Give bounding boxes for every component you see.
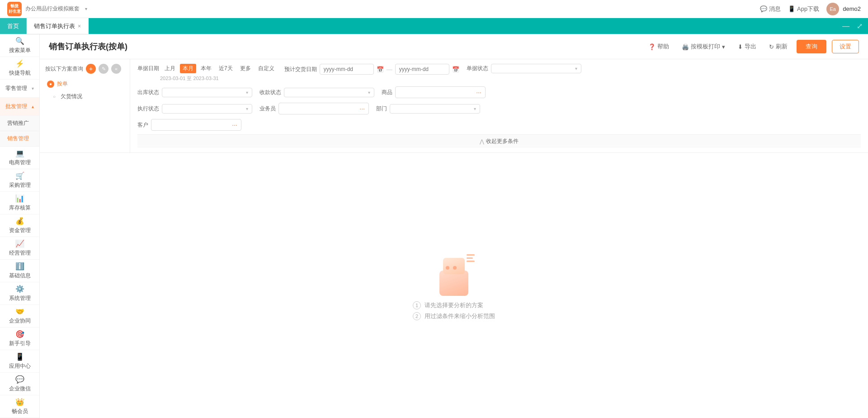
purchase-icon: 🛒	[15, 171, 24, 180]
dept-select[interactable]: ▾	[390, 104, 480, 114]
member-label: 畅会员	[12, 408, 28, 415]
date-tab-more[interactable]: 更多	[237, 64, 254, 73]
sidebar-item-basic-info[interactable]: ℹ️ 基础信息	[0, 260, 39, 282]
basic-info-label: 基础信息	[9, 272, 31, 280]
print-btn[interactable]: 🖨️ 按模板打印 ▾	[678, 41, 729, 52]
status-dropdown-icon: ▾	[575, 66, 577, 71]
empty-line-2	[467, 257, 473, 259]
query-btn[interactable]: 查询	[797, 40, 826, 53]
help-icon: ❓	[648, 43, 656, 50]
content-area: 销售订单执行表(按单) ❓ 帮助 🖨️ 按模板打印 ▾ ⬇ 导出 ↻ 刷新	[40, 34, 868, 418]
expected-date-group: 预计交货日期 📅 — 📅	[284, 64, 459, 75]
content-body: 1 请先选择要分析的方案 2 用过滤条件来缩小分析范围	[40, 153, 868, 418]
sidebar-item-quick-nav[interactable]: ⚡ 快捷导航	[0, 57, 39, 80]
purchase-label: 采购管理	[9, 181, 31, 189]
sidebar-item-ecommerce[interactable]: 💻 电商管理	[0, 147, 39, 169]
tab-home-label: 首页	[7, 22, 19, 30]
date-tab-this-month[interactable]: 本月	[180, 64, 196, 73]
retail-arrow-icon: ▾	[32, 86, 34, 91]
sidebar-item-finance[interactable]: 💰 资金管理	[0, 214, 39, 237]
sidebar-item-member[interactable]: 👑 畅会员	[0, 395, 39, 418]
tab-bar: 首页 销售订单执行表 × — ⤢	[0, 18, 868, 34]
date-tab-this-year[interactable]: 本年	[198, 64, 214, 73]
new-guide-icon: 🎯	[15, 330, 24, 338]
exec-status-select[interactable]: ▾	[162, 104, 252, 114]
scheme-edit-btn[interactable]: ✎	[99, 64, 108, 74]
scheme-panel-label: 按以下方案查询	[45, 65, 83, 73]
status-select[interactable]: ▾	[491, 64, 581, 73]
maximize-btn[interactable]: ⤢	[855, 20, 864, 32]
sidebar-item-retail[interactable]: 零售管理 ▾	[0, 80, 39, 98]
salesman-group: 业务员 ···	[259, 103, 369, 114]
sidebar-item-app-center[interactable]: 📱 应用中心	[0, 350, 39, 373]
refresh-btn[interactable]: ↻ 刷新	[765, 41, 791, 52]
user-name[interactable]: demo2	[843, 5, 861, 12]
status-group: 单据状态 ▾	[467, 64, 581, 73]
sidebar-item-sales[interactable]: 销售管理	[0, 131, 39, 147]
tab-close-icon[interactable]: ×	[78, 23, 81, 29]
dept-label: 部门	[376, 105, 387, 113]
sidebar-item-operations[interactable]: 📈 经营管理	[0, 237, 39, 260]
export-btn[interactable]: ⬇ 导出	[734, 41, 760, 52]
export-label: 导出	[745, 43, 756, 51]
finance-label: 资金管理	[9, 227, 31, 234]
out-status-select[interactable]: ▾	[162, 88, 252, 97]
sidebar-item-search[interactable]: 🔍 搜索菜单	[0, 34, 39, 57]
date-tab-last-month[interactable]: 上月	[162, 64, 178, 73]
goods-select[interactable]: ···	[395, 86, 486, 98]
sidebar-item-enterprise[interactable]: 🤝 企业协同	[0, 305, 39, 328]
page-actions: ❓ 帮助 🖨️ 按模板打印 ▾ ⬇ 导出 ↻ 刷新 查询 设置	[645, 40, 859, 53]
sidebar-item-system[interactable]: ⚙️ 系统管理	[0, 282, 39, 305]
receipt-status-select[interactable]: ▾	[284, 88, 374, 97]
exec-status-arrow-icon: ▾	[246, 106, 248, 111]
expected-date-start[interactable]	[320, 64, 374, 75]
minimize-btn[interactable]: —	[840, 20, 851, 32]
enterprise-wechat-icon: 💬	[15, 375, 24, 384]
print-label: 按模板打印	[691, 43, 720, 51]
empty-lines	[467, 254, 475, 262]
basic-info-icon: ℹ️	[15, 262, 24, 271]
app-dropdown-arrow[interactable]: ▾	[85, 6, 87, 11]
logo-text: 畅捷 好生意	[9, 4, 21, 14]
empty-eye-left	[446, 266, 449, 270]
sidebar-item-new-guide[interactable]: 🎯 新手引导	[0, 328, 39, 350]
customer-dots-icon[interactable]: ···	[232, 121, 237, 128]
sidebar-item-marketing[interactable]: 营销推广	[0, 116, 39, 131]
salesman-select[interactable]: ···	[278, 103, 369, 114]
goods-dots-icon[interactable]: ···	[476, 89, 481, 96]
user-section[interactable]: Ea demo2	[826, 3, 861, 15]
empty-eyes	[446, 266, 457, 270]
filter-row-1: 单据日期 上月 本月 本年 近7天 更多 自定义 2023-03-01 至 20…	[137, 64, 861, 82]
date-tab-custom[interactable]: 自定义	[255, 64, 277, 73]
retail-label: 零售管理	[5, 85, 27, 92]
message-action[interactable]: 💬 消息	[760, 5, 781, 13]
hint-num-1: 1	[413, 301, 421, 309]
tab-active[interactable]: 销售订单执行表 ×	[27, 18, 89, 34]
app-download-action[interactable]: 📱 App下载	[788, 5, 819, 13]
help-btn[interactable]: ❓ 帮助	[645, 41, 673, 52]
tab-home[interactable]: 首页	[0, 18, 27, 34]
scheme-add-btn[interactable]: +	[86, 64, 96, 74]
wholesale-submenu: 营销推广 销售管理	[0, 116, 39, 147]
scheme-item-debt[interactable]: ○ 欠货情况	[45, 90, 124, 103]
settings-btn[interactable]: 设置	[832, 40, 859, 53]
collapse-row[interactable]: ⋀ 收起更多条件	[137, 134, 861, 148]
date-tab-7days[interactable]: 近7天	[216, 64, 236, 73]
out-status-arrow-icon: ▾	[246, 90, 248, 95]
empty-line-1	[467, 254, 475, 256]
expected-date-end[interactable]	[395, 64, 449, 75]
inventory-icon: 📊	[15, 194, 24, 203]
sidebar-item-wholesale[interactable]: 批发管理 ▴	[0, 98, 39, 116]
salesman-dots-icon[interactable]: ···	[359, 105, 365, 112]
scheme-item-order[interactable]: ● 按单	[45, 77, 124, 90]
salesman-label: 业务员	[259, 105, 276, 113]
quick-nav-icon: ⚡	[15, 59, 24, 68]
filter-row-2: 出库状态 ▾ 收款状态 ▾ 商品	[137, 86, 861, 98]
sidebar-item-purchase[interactable]: 🛒 采购管理	[0, 169, 39, 192]
scheme-collapse-btn[interactable]: «	[111, 64, 121, 74]
customer-select[interactable]: ···	[151, 119, 241, 131]
filter-panel: 单据日期 上月 本月 本年 近7天 更多 自定义 2023-03-01 至 20…	[130, 59, 868, 152]
receipt-status-arrow-icon: ▾	[368, 90, 370, 95]
sidebar-item-inventory[interactable]: 📊 库存核算	[0, 192, 39, 214]
sidebar-item-enterprise-wechat[interactable]: 💬 企业微信	[0, 373, 39, 395]
